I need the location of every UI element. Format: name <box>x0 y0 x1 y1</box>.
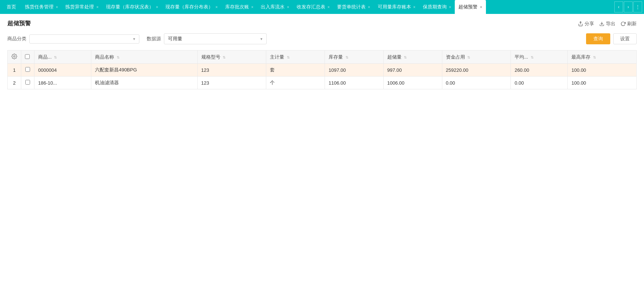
cell-capital: 259220.00 <box>442 64 511 77</box>
nav-item-kucun-pici[interactable]: 库存批次账 × <box>222 0 257 14</box>
category-label: 商品分类 <box>7 36 26 42</box>
datasource-label: 数据源 <box>147 36 161 42</box>
query-button[interactable]: 查询 <box>586 33 610 44</box>
th-unit-label: 主计量 <box>270 54 284 60</box>
filter-bar: 商品分类 ▾ 数据源 可用量 ▾ 查询 设置 <box>7 33 637 44</box>
nav-prev-button[interactable]: ‹ <box>614 1 623 12</box>
cell-overstock: 1006.00 <box>383 77 442 89</box>
th-spec-label: 规格型号 <box>201 54 220 60</box>
close-icon[interactable]: × <box>480 5 482 9</box>
close-icon[interactable]: × <box>56 5 58 9</box>
row-checkbox[interactable] <box>25 80 30 85</box>
nav-item-jianhuorenwu[interactable]: 拣货任务管理 × <box>21 0 62 14</box>
sort-icon: ⇅ <box>117 55 120 59</box>
cell-stock: 1106.00 <box>325 77 383 89</box>
cell-product-name: 机油滤清器 <box>91 77 197 89</box>
sort-icon: ⇅ <box>404 55 407 59</box>
filter-actions: 查询 设置 <box>586 33 637 44</box>
share-icon <box>578 21 583 26</box>
datasource-filter: 数据源 可用量 ▾ <box>147 33 267 44</box>
settings-button[interactable]: 设置 <box>613 33 637 44</box>
th-unit[interactable]: 主计量 ⇅ <box>266 51 325 64</box>
cell-product-name: 六配套新昌490BPG <box>91 64 197 77</box>
sort-icon: ⇅ <box>223 55 226 59</box>
nav-item-keyongliang[interactable]: 可用量库存账本 × <box>374 0 419 14</box>
gear-icon[interactable] <box>11 53 17 59</box>
header-actions: 分享 导出 刷新 <box>578 21 637 27</box>
chevron-down-icon: ▾ <box>260 37 263 41</box>
nav-item-xiancunliang-kuzhuan[interactable]: 现存量（库存状况表） × <box>102 0 162 14</box>
close-icon[interactable]: × <box>287 5 289 9</box>
cell-max-stock: 100.00 <box>568 77 637 89</box>
row-checkbox[interactable] <box>25 67 30 72</box>
th-gear <box>8 51 21 64</box>
chevron-down-icon: ▾ <box>133 37 135 41</box>
close-icon[interactable]: × <box>156 5 158 9</box>
export-button[interactable]: 导出 <box>599 21 615 27</box>
th-capital[interactable]: 资金占用 ⇅ <box>442 51 511 64</box>
cell-product-code: 186-10... <box>34 77 91 89</box>
sort-icon: ⇅ <box>531 55 534 59</box>
close-icon[interactable]: × <box>215 5 217 9</box>
cell-avg: 0.00 <box>511 77 568 89</box>
th-checkbox <box>21 51 34 64</box>
datasource-select-value: 可用量 <box>168 36 182 42</box>
page-header: 超储预警 分享 导出 刷新 <box>7 20 637 27</box>
th-max-stock-label: 最高库存 <box>571 54 590 60</box>
nav-item-churuku[interactable]: 出入库流水 × <box>257 0 293 14</box>
close-icon[interactable]: × <box>413 5 416 9</box>
select-all-checkbox[interactable] <box>25 54 30 59</box>
table-header-row: 商品... ⇅ 商品名称 ⇅ 规格型号 ⇅ 主计量 ⇅ 库存量 ⇅ <box>8 51 637 64</box>
row-num: 1 <box>8 64 21 77</box>
close-icon[interactable]: × <box>328 5 330 9</box>
cell-stock: 1097.00 <box>325 64 383 77</box>
th-max-stock[interactable]: 最高库存 ⇅ <box>568 51 637 64</box>
th-avg-label: 平均... <box>515 54 528 60</box>
th-avg[interactable]: 平均... ⇅ <box>511 51 568 64</box>
cell-unit: 套 <box>266 64 325 77</box>
cell-unit: 个 <box>266 77 325 89</box>
nav-item-chaochuyujing[interactable]: 超储预警 × <box>455 0 486 14</box>
nav-home[interactable]: 首页 <box>1 4 21 10</box>
th-product-code[interactable]: 商品... ⇅ <box>34 51 91 64</box>
data-table: 商品... ⇅ 商品名称 ⇅ 规格型号 ⇅ 主计量 ⇅ 库存量 ⇅ <box>7 50 637 89</box>
th-stock[interactable]: 库存量 ⇅ <box>325 51 383 64</box>
th-stock-label: 库存量 <box>329 54 343 60</box>
sort-icon: ⇅ <box>345 55 348 59</box>
category-select[interactable]: ▾ <box>29 34 139 44</box>
cell-product-code: 0000004 <box>34 64 91 77</box>
sort-icon: ⇅ <box>467 55 470 59</box>
cell-max-stock: 100.00 <box>568 64 637 77</box>
th-overstock-label: 超储量 <box>387 54 402 60</box>
close-icon[interactable]: × <box>449 5 451 9</box>
table-row: 2 186-10... 机油滤清器 123 个 1106.00 1006.00 … <box>8 77 637 89</box>
datasource-select[interactable]: 可用量 ▾ <box>164 33 267 44</box>
nav-next-button[interactable]: › <box>624 1 633 12</box>
svg-point-0 <box>14 56 15 57</box>
nav-menu-button[interactable]: ⋮ <box>633 1 642 12</box>
sort-icon: ⇅ <box>54 55 57 59</box>
th-product-name[interactable]: 商品名称 ⇅ <box>91 51 197 64</box>
nav-item-xiancunliang-fenbu[interactable]: 现存量（库存分布表） × <box>162 0 221 14</box>
export-icon <box>599 21 604 26</box>
th-spec[interactable]: 规格型号 ⇅ <box>197 51 266 64</box>
refresh-button[interactable]: 刷新 <box>621 21 637 27</box>
sort-icon: ⇅ <box>287 55 290 59</box>
nav-item-shofayin[interactable]: 收发存汇总表 × <box>293 0 333 14</box>
nav-item-yaohuo[interactable]: 要货单统计表 × <box>333 0 374 14</box>
nav-item-jianhuo-yichang[interactable]: 拣货异常处理 × <box>62 0 102 14</box>
share-button[interactable]: 分享 <box>578 21 594 27</box>
th-overstock[interactable]: 超储量 ⇅ <box>383 51 442 64</box>
close-icon[interactable]: × <box>251 5 253 9</box>
nav-item-baozhi[interactable]: 保质期查询 × <box>419 0 455 14</box>
cell-spec: 123 <box>197 64 266 77</box>
close-icon[interactable]: × <box>368 5 370 9</box>
nav-arrows: ‹ › ⋮ <box>614 1 643 12</box>
row-checkbox-cell <box>21 64 34 77</box>
page-title: 超储预警 <box>7 20 31 27</box>
th-product-name-label: 商品名称 <box>95 54 114 60</box>
row-checkbox-cell <box>21 77 34 89</box>
th-capital-label: 资金占用 <box>446 54 465 60</box>
close-icon[interactable]: × <box>96 5 98 9</box>
cell-overstock: 997.00 <box>383 64 442 77</box>
